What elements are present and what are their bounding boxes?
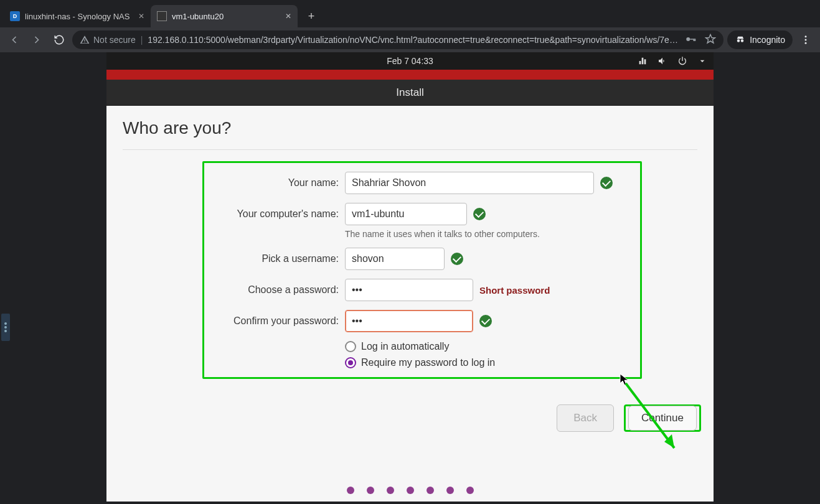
- label-password: Choose a password:: [208, 284, 339, 296]
- dot: [466, 487, 474, 494]
- incognito-indicator[interactable]: Incognito: [727, 30, 793, 49]
- computer-name-input[interactable]: [345, 203, 467, 225]
- radio-label: Require my password to log in: [361, 357, 495, 368]
- power-icon[interactable]: [677, 56, 687, 66]
- row-your-name: Your name:: [208, 172, 629, 194]
- row-password: Choose a password: Short password: [208, 279, 629, 301]
- tab-linuxhint-nas[interactable]: D linuxhint-nas - Synology NAS ✕: [4, 5, 151, 27]
- url-text: 192.168.0.110:5000/webman/3rdparty/Virtu…: [148, 35, 680, 45]
- gnome-top-bar: Feb 7 04:33: [106, 52, 714, 70]
- label-computer-name: Your computer's name:: [208, 208, 339, 220]
- username-input[interactable]: [345, 248, 445, 270]
- radio-auto-login[interactable]: Log in automatically: [345, 341, 629, 352]
- radio-label: Log in automatically: [361, 341, 449, 352]
- window-title: Install: [396, 86, 423, 99]
- password-input[interactable]: [345, 279, 473, 301]
- page-heading: Who are you?: [123, 118, 697, 138]
- address-bar[interactable]: Not secure | 192.168.0.110:5000/webman/3…: [72, 30, 723, 49]
- bookmark-star-icon[interactable]: [705, 34, 716, 47]
- svg-point-4: [805, 39, 807, 41]
- label-username: Pick a username:: [208, 253, 339, 264]
- radio-require-password[interactable]: Require my password to log in: [345, 357, 629, 368]
- reload-icon[interactable]: [50, 30, 68, 49]
- favicon-vnc-icon: [157, 11, 167, 21]
- incognito-label: Incognito: [750, 35, 785, 45]
- check-icon: [473, 208, 486, 220]
- system-tray[interactable]: [638, 52, 707, 70]
- not-secure-badge: Not secure: [80, 35, 136, 45]
- dot: [387, 487, 394, 494]
- novnc-control-handle[interactable]: [1, 314, 10, 341]
- radio-icon: [345, 357, 356, 368]
- vnc-viewport: Feb 7 04:33 Install Who are you? Your na…: [0, 52, 820, 504]
- login-option-group: Log in automatically Require my password…: [345, 341, 629, 368]
- annotation-arrow: [622, 380, 690, 460]
- check-icon: [600, 177, 613, 189]
- tab-title: vm1-ubuntu20: [172, 12, 280, 21]
- favicon-dsm-icon: D: [10, 11, 20, 21]
- dot: [426, 487, 434, 494]
- label-confirm-password: Confirm your password:: [208, 315, 339, 327]
- check-icon: [451, 253, 463, 265]
- tab-close-icon[interactable]: ✕: [285, 12, 291, 21]
- back-button[interactable]: Back: [557, 404, 614, 432]
- dot: [367, 487, 374, 494]
- installer-body: Who are you? Your name: Your computer's …: [106, 106, 714, 502]
- installer-titlebar: Install: [106, 80, 714, 106]
- password-strength-label: Short password: [479, 285, 550, 296]
- computer-name-hint: The name it uses when it talks to other …: [345, 229, 629, 239]
- tab-title: linuxhint-nas - Synology NAS: [25, 12, 133, 21]
- row-computer-name: Your computer's name:: [208, 203, 629, 225]
- tab-vm1-ubuntu20[interactable]: vm1-ubuntu20 ✕: [151, 5, 298, 27]
- svg-point-0: [686, 37, 690, 41]
- page-indicator: [106, 487, 714, 494]
- nav-forward-icon[interactable]: [27, 30, 46, 49]
- radio-icon: [345, 341, 356, 352]
- clock[interactable]: Feb 7 04:33: [387, 56, 433, 66]
- svg-point-2: [741, 39, 744, 42]
- divider: [123, 149, 697, 150]
- row-confirm-password: Confirm your password:: [208, 310, 629, 332]
- tab-strip: D linuxhint-nas - Synology NAS ✕ vm1-ubu…: [0, 0, 820, 27]
- browser-toolbar: Not secure | 192.168.0.110:5000/webman/3…: [0, 27, 820, 52]
- network-icon[interactable]: [638, 56, 648, 66]
- label-your-name: Your name:: [208, 177, 339, 189]
- separator: |: [141, 35, 143, 45]
- volume-icon[interactable]: [657, 56, 667, 66]
- confirm-password-input[interactable]: [345, 310, 473, 332]
- new-tab-button[interactable]: +: [303, 7, 320, 25]
- not-secure-label: Not secure: [93, 35, 136, 45]
- row-username: Pick a username:: [208, 248, 629, 270]
- your-name-input[interactable]: [345, 172, 594, 194]
- dot: [446, 487, 454, 494]
- svg-line-6: [626, 383, 674, 448]
- dot: [347, 487, 354, 494]
- tab-close-icon[interactable]: ✕: [138, 12, 144, 21]
- check-icon: [479, 315, 492, 327]
- password-key-icon[interactable]: [685, 34, 696, 47]
- svg-point-1: [737, 39, 740, 42]
- guest-screen[interactable]: Feb 7 04:33 Install Who are you? Your na…: [106, 52, 714, 502]
- browser-menu-icon[interactable]: [796, 30, 815, 49]
- nav-back-icon[interactable]: [5, 30, 24, 49]
- install-progress-bar: [106, 70, 714, 80]
- dot: [407, 487, 414, 494]
- svg-point-5: [805, 42, 807, 44]
- user-form-highlight: Your name: Your computer's name: The nam…: [202, 161, 642, 379]
- chevron-down-icon[interactable]: [697, 56, 707, 66]
- svg-point-3: [805, 35, 807, 37]
